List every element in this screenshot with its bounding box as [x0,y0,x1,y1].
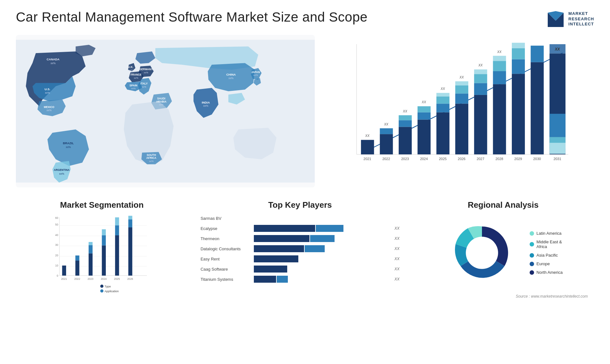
legend-label-latin: Latin America [537,231,562,236]
svg-rect-81 [549,114,565,137]
svg-text:2022: 2022 [74,277,80,280]
svg-text:INDIA: INDIA [202,101,210,104]
world-map-svg: CANADA xx% U.S. xx% MEXICO xx% BRAZIL xx… [16,35,315,187]
svg-rect-73 [512,59,525,74]
svg-text:BRAZIL: BRAZIL [63,142,74,145]
legend-item-europe: Europe [530,261,563,266]
svg-text:xx%: xx% [254,74,258,77]
growth-chart-container: XX XX XX XX [321,35,594,187]
svg-rect-124 [128,216,132,219]
svg-text:XX: XX [478,64,483,67]
source-text: Source : www.marketresearchintellect.com [419,294,588,299]
svg-rect-64 [474,74,487,83]
player-row: Datalogic ConsultantsXX [200,245,399,252]
svg-rect-39 [361,140,374,154]
legend-dot-latin [530,231,534,236]
svg-text:2021: 2021 [363,157,371,161]
bar-segment-1 [254,276,276,283]
svg-text:60: 60 [55,216,58,219]
svg-text:xx%: xx% [131,87,136,90]
player-name: Datalogic Consultants [200,246,251,251]
segmentation-section: Market Segmentation 0 10 20 30 40 50 60 [16,197,188,330]
player-xx-label: XX [395,277,400,281]
svg-text:xx%: xx% [47,109,52,112]
svg-rect-117 [102,235,106,246]
svg-rect-63 [474,83,487,95]
svg-text:2030: 2030 [533,157,541,161]
player-bar-container [254,276,390,283]
svg-rect-110 [62,266,66,276]
svg-text:xx%: xx% [134,77,138,79]
svg-text:XX: XX [403,110,407,113]
player-name: Thermeon [200,236,251,241]
player-name: Easy Rent [200,257,251,261]
legend-dot-mea [530,242,534,246]
player-xx-label: XX [395,267,400,271]
svg-text:AFRICA: AFRICA [146,156,157,159]
regional-title: Regional Analysis [419,200,588,210]
player-row: Sarmas BV [200,215,399,222]
svg-text:50: 50 [55,223,58,226]
svg-rect-53 [436,104,449,112]
svg-rect-114 [89,245,93,253]
svg-rect-77 [531,62,544,154]
svg-rect-118 [102,229,106,235]
svg-rect-112 [75,255,79,260]
svg-text:SPAIN: SPAIN [129,84,137,87]
player-xx-label: XX [395,257,400,261]
svg-text:xx%: xx% [142,85,146,88]
page-container: Car Rental Management Software Market Si… [0,0,610,364]
bar-segment-1 [254,266,287,273]
player-bar-container [254,225,390,232]
svg-text:MEXICO: MEXICO [44,105,54,109]
legend-item-latin: Latin America [530,231,563,236]
svg-text:xx%: xx% [51,62,56,65]
svg-rect-65 [474,70,487,74]
bar-segment-1 [254,235,309,242]
segmentation-chart-svg: 0 10 20 30 40 50 60 [22,215,181,294]
bar-segment-2 [316,225,344,232]
bar-segment-2 [310,235,335,242]
player-row: Easy RentXX [200,255,399,262]
svg-rect-69 [493,61,506,71]
segmentation-title: Market Segmentation [22,200,181,210]
svg-rect-74 [512,48,525,59]
svg-text:2021: 2021 [61,277,67,280]
logo-icon [546,10,565,29]
svg-rect-59 [455,85,468,94]
legend-dot-apac [530,253,534,258]
svg-rect-62 [474,95,487,154]
svg-text:2029: 2029 [514,157,522,161]
svg-text:xx%: xx% [228,77,234,80]
legend-dot-na [530,270,534,275]
player-bar-container [254,215,395,222]
donut-chart-svg [444,215,520,291]
player-name: Sarmas BV [200,216,251,221]
svg-text:Type: Type [105,285,111,288]
bar-segment-1 [254,225,315,232]
logo-area: MARKET RESEARCH INTELLECT [546,10,594,29]
svg-text:XX: XX [459,76,464,79]
bar-segment-2 [277,276,288,283]
svg-text:CHINA: CHINA [226,73,236,76]
growth-chart-svg: XX XX XX XX [340,41,585,175]
player-xx-label: XX [395,236,400,241]
svg-text:ARGENTINA: ARGENTINA [54,168,70,172]
svg-text:XX: XX [497,50,502,54]
player-xx-label: XX [395,246,400,251]
svg-text:xx%: xx% [203,104,208,107]
bar-segment-1 [254,245,304,252]
svg-text:2025: 2025 [439,157,446,161]
svg-text:XX: XX [440,87,445,91]
svg-text:2025: 2025 [114,277,120,280]
svg-text:xx%: xx% [159,103,164,106]
player-bar-container [254,245,390,252]
svg-text:0: 0 [57,274,58,277]
svg-rect-67 [493,84,506,154]
svg-rect-42 [380,128,393,134]
legend-label-apac: Asia Pacific [537,253,558,258]
player-name: Ecalypse [200,226,251,231]
svg-text:ARABIA: ARABIA [156,100,166,103]
player-bar-container [254,255,390,262]
legend-dot-europe [530,262,534,266]
